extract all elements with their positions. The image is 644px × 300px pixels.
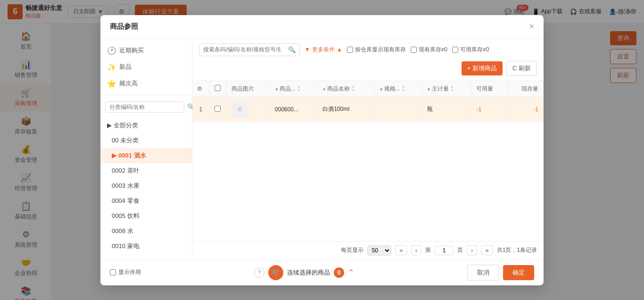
stock-label: 现有库存≠0 (419, 46, 447, 54)
cat-all-label: 全部分类 (114, 121, 138, 130)
product-reference-modal: 商品参照 × 🕐 近期购买 ✨ 新品 ⭐ (100, 15, 544, 285)
product-table: ⚙ 商品图片 (192, 81, 544, 122)
th-spec[interactable]: ⬧ 规格... ▲▼ (374, 81, 422, 97)
category-search-input[interactable] (105, 101, 184, 113)
th-stock-label: 现存量 (521, 85, 538, 92)
product-image: 图 (231, 101, 248, 118)
modal-close-button[interactable]: × (529, 22, 534, 32)
cat-0003-label: 0003 水果 (112, 182, 140, 190)
available-checkbox-label[interactable]: 可用库存≠0 (452, 46, 489, 54)
filter-label: 更多条件 (312, 46, 335, 54)
cat-00[interactable]: 00 未分类 (100, 133, 192, 148)
modal-title: 商品参照 (110, 22, 138, 31)
show-disabled-checkbox[interactable] (110, 269, 116, 275)
modal-overlay: 商品参照 × 🕐 近期购买 ✨ 新品 ⭐ (0, 0, 644, 300)
product-search-input[interactable] (199, 44, 284, 55)
cat-0003[interactable]: 0003 水果 (100, 178, 192, 193)
row-unit: 瓶 (422, 97, 471, 122)
quick-tabs: 🕐 近期购买 ✨ 新品 ⭐ 频次高 (100, 42, 192, 92)
add-product-button[interactable]: + 新增商品 (462, 61, 503, 75)
th-unit[interactable]: ⬧ 主计量 ▲▼ (422, 81, 471, 97)
cat-0008[interactable]: 0008 水 (100, 224, 192, 239)
new-icon: ✨ (107, 63, 116, 72)
cat-0004-label: 0004 零食 (112, 197, 140, 205)
filter-prefix-icon: ▼ (305, 46, 310, 53)
table-header-row: ⚙ 商品图片 (192, 81, 544, 97)
cat-0001-label: 0001 酒水 (118, 151, 146, 160)
last-page-button[interactable]: » (481, 245, 493, 255)
first-page-button[interactable]: « (395, 245, 407, 255)
recent-purchase-tab[interactable]: 🕐 近期购买 (100, 42, 192, 59)
page-label: 第 (425, 246, 431, 254)
row-checkbox[interactable] (209, 97, 226, 122)
th-code[interactable]: ⬧ 商品... ▲▼ (270, 81, 318, 97)
table-row[interactable]: 1 图 000600... 白酒100ml 瓶 (192, 97, 544, 122)
cat-all[interactable]: ▶ 全部分类 (100, 118, 192, 133)
page-suffix: 页 (457, 246, 463, 254)
toolbar-actions: + 新增商品 C 刷新 (462, 61, 537, 76)
sort-icon2: ⬧ (322, 85, 326, 92)
recent-label: 近期购买 (119, 46, 144, 55)
th-unit-label: 主计量 (432, 85, 449, 93)
product-search: 🔍 (199, 43, 300, 56)
clock-icon: 🕐 (107, 46, 116, 55)
divider (100, 95, 192, 95)
row-available: -1 (471, 97, 507, 122)
cat-0008-label: 0008 水 (112, 227, 133, 235)
page-size-select[interactable]: 50 100 200 (367, 245, 391, 256)
available-checkbox[interactable] (452, 47, 458, 53)
stock-checkbox-label[interactable]: 现有库存≠0 (411, 46, 447, 54)
th-image: 商品图片 (226, 81, 270, 97)
product-search-icon[interactable]: 🔍 (284, 44, 299, 56)
warehouse-checkbox-label[interactable]: 按仓库显示现有库存 (347, 46, 406, 54)
footer-right: 取消 确定 (467, 265, 534, 281)
product-table-body: 1 图 000600... 白酒100ml 瓶 (192, 97, 544, 122)
available-label: 可用库存≠0 (460, 46, 489, 54)
frequent-label: 频次高 (119, 79, 138, 88)
cat-0002[interactable]: 0002 茶叶 (100, 163, 192, 178)
table-settings-icon[interactable]: ⚙ (197, 85, 202, 92)
select-all-checkbox[interactable] (215, 85, 221, 91)
th-stock: 现存量 (507, 81, 543, 97)
pagination-bar: 每页显示 50 100 200 « ‹ 第 页 › » 共1页，1条记录 (192, 241, 544, 259)
cat-arrow-0001: ▶ (112, 152, 116, 159)
product-table-wrap: ⚙ 商品图片 (192, 81, 544, 241)
cat-0010-label: 0010 家电 (112, 242, 140, 250)
frequent-tab[interactable]: ⭐ 频次高 (100, 75, 192, 92)
show-disabled-text: 显示停用 (118, 268, 141, 276)
cat-0010[interactable]: 0010 家电 (100, 239, 192, 254)
row-spec (374, 97, 422, 122)
th-settings[interactable]: ⚙ (192, 81, 209, 97)
warehouse-checkbox[interactable] (347, 47, 353, 53)
show-disabled-label[interactable]: 显示停用 (110, 268, 141, 276)
help-button[interactable]: ? (254, 267, 264, 278)
cat-0001[interactable]: ▶ 0001 酒水 (100, 148, 192, 163)
new-product-tab[interactable]: ✨ 新品 (100, 59, 192, 75)
th-name[interactable]: ⬧ 商品名称 ▲▼ (318, 81, 374, 97)
cat-0005-label: 0005 饮料 (112, 212, 140, 220)
cart-icon[interactable]: 🛒 (268, 265, 283, 280)
filter-arrow-icon: ▲ (337, 46, 342, 53)
prev-page-button[interactable]: ‹ (411, 245, 421, 255)
modal-header: 商品参照 × (100, 15, 544, 39)
star-icon: ⭐ (107, 79, 116, 88)
cancel-button[interactable]: 取消 (467, 265, 499, 281)
next-page-button[interactable]: › (467, 245, 477, 255)
cat-0004[interactable]: 0004 零食 (100, 193, 192, 208)
filter-button[interactable]: ▼ 更多条件 ▲ (305, 46, 342, 54)
stock-checkbox[interactable] (411, 47, 417, 53)
th-checkbox (209, 81, 226, 97)
th-name-label: 商品名称 (327, 85, 350, 93)
confirm-button[interactable]: 确定 (503, 265, 534, 280)
page-input[interactable] (435, 246, 454, 255)
row-num: 1 (192, 97, 209, 122)
sort-icon: ⬧ (275, 85, 278, 92)
row-select-checkbox[interactable] (215, 106, 221, 112)
content-panel: 🔍 ▼ 更多条件 ▲ 按仓库显示现有库存 现有库存≠0 (192, 39, 544, 259)
cart-collapse-button[interactable]: ⌃ (348, 268, 354, 277)
modal-body: 🕐 近期购买 ✨ 新品 ⭐ 频次高 🔍 (100, 39, 544, 259)
cart-area: ? 🛒 连续选择的商品 0 ⌃ (254, 265, 354, 280)
cat-00-label: 00 未分类 (112, 136, 139, 145)
refresh-button[interactable]: C 刷新 (506, 61, 537, 76)
cat-0005[interactable]: 0005 饮料 (100, 208, 192, 224)
